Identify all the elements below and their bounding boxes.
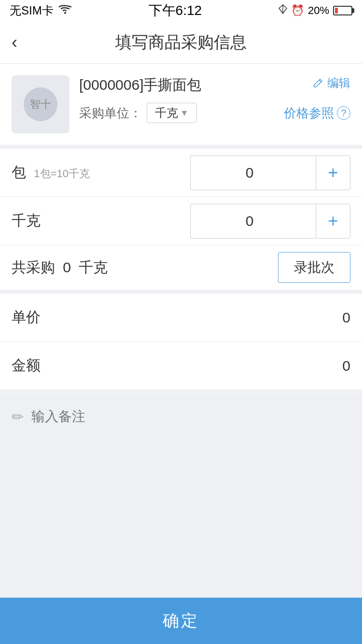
purchase-unit: 采购单位： 千克 ▼ xyxy=(79,103,197,123)
pencil-icon: ✏ xyxy=(12,408,24,425)
bag-quantity-input[interactable] xyxy=(190,155,316,190)
help-icon: ? xyxy=(337,106,350,120)
chevron-down-icon: ▼ xyxy=(180,108,189,118)
main-content: 智十 [0000006]手撕面包 编辑 采购单位： 千克 xyxy=(0,64,362,644)
unit-select-dropdown[interactable]: 千克 ▼ xyxy=(147,103,197,123)
product-card: 智十 [0000006]手撕面包 编辑 采购单位： 千克 xyxy=(0,64,362,149)
unit-price-label: 单价 xyxy=(12,308,41,327)
status-left: 无SIM卡 xyxy=(10,3,72,18)
kg-quantity-input[interactable] xyxy=(190,204,316,238)
summary-text: 共采购 0 千克 xyxy=(12,258,108,278)
wifi-icon xyxy=(58,4,72,17)
kg-plus-button[interactable]: + xyxy=(316,204,350,238)
amount-value: 0 xyxy=(342,358,350,374)
product-info-bottom: 采购单位： 千克 ▼ 价格参照 ? xyxy=(79,103,350,123)
alarm-icon: ⏰ xyxy=(291,4,304,17)
unit-price-row: 单价 0 xyxy=(0,294,362,342)
status-right: ⏰ 20% xyxy=(278,4,352,17)
price-ref-label: 价格参照 xyxy=(284,105,334,122)
page-title: 填写商品采购信息 xyxy=(115,31,247,54)
bag-sublabel: 1包=10千克 xyxy=(34,168,90,180)
product-image: 智十 xyxy=(12,75,70,133)
batch-record-button[interactable]: 录批次 xyxy=(278,252,350,283)
price-reference-button[interactable]: 价格参照 ? xyxy=(284,105,350,122)
product-info: [0000006]手撕面包 编辑 采购单位： 千克 ▼ xyxy=(79,75,350,123)
bag-label: 包 1包=10千克 xyxy=(12,163,90,182)
kg-quantity-row: 千克 + xyxy=(0,197,362,245)
bag-quantity-row: 包 1包=10千克 + xyxy=(0,149,362,197)
status-time: 下午6:12 xyxy=(149,1,202,20)
location-icon xyxy=(278,4,287,17)
product-name: [0000006]手撕面包 xyxy=(79,75,201,95)
amount-row: 金额 0 xyxy=(0,342,362,390)
battery-icon xyxy=(333,6,352,15)
svg-point-0 xyxy=(64,12,66,14)
kg-input-group: + xyxy=(190,204,350,238)
summary-value: 0 xyxy=(63,259,71,275)
product-logo-text: 智十 xyxy=(30,97,51,112)
status-bar: 无SIM卡 下午6:12 ⏰ 20% xyxy=(0,0,362,21)
amount-label: 金额 xyxy=(12,356,41,376)
back-button[interactable]: ‹ xyxy=(12,32,17,53)
unit-price-value: 0 xyxy=(342,309,350,326)
carrier-label: 无SIM卡 xyxy=(10,3,54,18)
edit-button[interactable]: 编辑 xyxy=(313,75,350,91)
bag-input-group: + xyxy=(190,155,350,190)
confirm-button[interactable]: 确定 xyxy=(0,598,362,644)
product-logo: 智十 xyxy=(24,87,57,121)
quantity-input-section: 包 1包=10千克 + 千克 + xyxy=(0,149,362,245)
bag-plus-button[interactable]: + xyxy=(316,155,350,190)
detail-section: 单价 0 金额 0 xyxy=(0,294,362,390)
battery-percent: 20% xyxy=(308,4,329,17)
kg-label: 千克 xyxy=(12,211,41,231)
product-info-header: [0000006]手撕面包 编辑 xyxy=(79,75,350,95)
summary-row: 共采购 0 千克 录批次 xyxy=(0,245,362,294)
nav-bar: ‹ 填写商品采购信息 xyxy=(0,21,362,64)
unit-value: 千克 xyxy=(155,105,178,121)
purchase-unit-label: 采购单位： xyxy=(79,105,142,122)
remark-section: ✏ xyxy=(0,394,362,490)
remark-input[interactable] xyxy=(31,407,350,469)
